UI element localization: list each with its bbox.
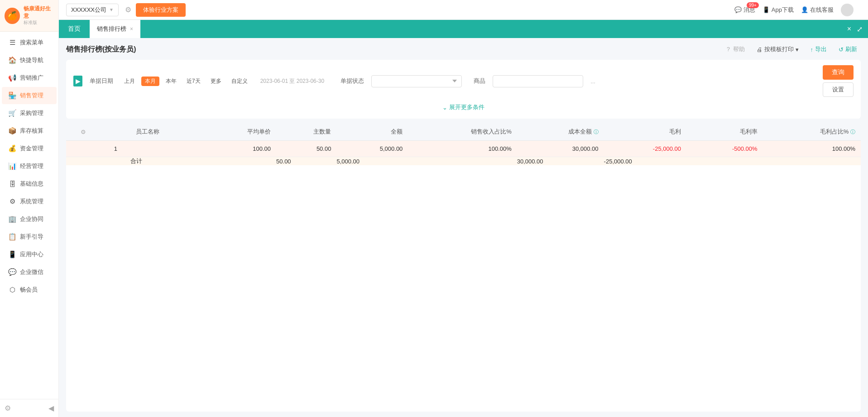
sidebar-label-system: 系统管理 [20,197,43,206]
col-settings[interactable]: ⚙ [66,123,101,141]
tab-label: 销售排行榜 [97,25,126,33]
data-table: ⚙ 员工名称 平均单价 主数量 全额 销售收入占比% 成本全额 ⓘ 毛利 毛利率… [66,123,861,165]
tab-sales-ranking[interactable]: 销售排行榜 × [90,20,140,38]
date-opt-this-year[interactable]: 本年 [162,77,180,86]
sidebar-icon-search: ☰ [8,38,16,47]
avatar[interactable] [841,4,854,16]
refresh-button[interactable]: ↺ 刷新 [835,43,861,55]
filter-row-1: ▶ 单据日期 上月 本月 本年 近7天 更多 自定义 2023-06-01 至 … [73,65,854,97]
window-restore-icon[interactable]: ⤢ [857,25,863,34]
sidebar-item-operation[interactable]: 📊经营管理 [2,158,57,175]
total-empty-1 [66,157,101,166]
sidebar-item-marketing[interactable]: 📢营销推广 [2,69,57,86]
logo-icon: 🍊 [5,8,20,24]
export-icon: ↑ [810,46,814,53]
app-download-button[interactable]: 📱 App下载 [762,6,794,14]
tab-close-icon[interactable]: × [130,26,133,32]
sidebar-item-purchase[interactable]: 🛒采购管理 [2,105,57,122]
col-cost: 成本全额 ⓘ [517,123,604,141]
goods-input[interactable] [493,75,583,87]
trial-button[interactable]: 体验行业方案 [136,3,186,17]
date-range: 2023-06-01 至 2023-06-30 [260,77,324,85]
message-button[interactable]: 💬 消息 99+ [734,6,755,14]
row-profit: -25,000.00 [604,141,686,157]
sidebar-label-purchase: 采购管理 [20,109,43,117]
sidebar-label-wechat: 企业微信 [20,268,43,276]
date-opt-this-month[interactable]: 本月 [141,77,159,86]
service-label: 在线客服 [810,6,834,14]
row-avg-price: 100.00 [203,141,276,157]
col-profit: 毛利 [604,123,686,141]
tabbar: 首页 销售排行榜 × × ⤢ [59,20,868,38]
sidebar-item-search[interactable]: ☰搜索菜单 [2,34,57,51]
row-sales-pct: 100.00% [408,141,517,157]
topbar-gear-icon[interactable]: ⚙ [125,5,131,14]
sidebar-item-member[interactable]: ⬡畅会员 [2,281,57,298]
collapse-button[interactable]: ▶ [73,76,82,86]
sidebar-icon-inventory: 📦 [8,127,16,135]
settings-icon[interactable]: ⚙ [5,404,11,412]
company-select[interactable]: XXXXXX公司 ▼ [66,4,119,16]
sidebar-item-basic[interactable]: 🗄基础信息 [2,175,57,192]
table-footer: 合计 50.00 5,000.00 30,000.00 -25,000.00 [66,157,861,166]
logo: 🍊 畅康通好生意 标准版 [0,0,58,32]
row-rank: 1 [101,141,130,157]
goods-label: 商品 [474,77,485,85]
date-options: 上月 本月 本年 近7天 更多 自定义 [120,77,251,86]
help-label: 帮助 [733,45,745,53]
tab-home[interactable]: 首页 [59,20,90,38]
query-button[interactable]: 查询 [823,65,854,80]
sidebar-icon-marketing: 📢 [8,74,16,82]
sidebar-item-system[interactable]: ⚙系统管理 [2,193,57,210]
sidebar-item-wechat[interactable]: 💬企业微信 [2,264,57,281]
logo-title: 畅康通好生意 [24,5,54,19]
row-employee [130,141,203,157]
help-button[interactable]: ？ 帮助 [722,43,748,55]
sidebar-item-finance[interactable]: 💰资金管理 [2,140,57,157]
total-label: 合计 [130,157,203,166]
sidebar-icon-basic: 🗄 [8,180,16,188]
expand-more-button[interactable]: ⌄ 展开更多条件 [73,101,854,113]
sidebar-item-shortcut[interactable]: 🏠快捷导航 [2,52,57,69]
col-profit-pct: 毛利占比% ⓘ [763,123,861,141]
total-amount: 5,000.00 [336,157,408,166]
refresh-label: 刷新 [845,45,857,53]
sidebar-item-apps[interactable]: 📱应用中心 [2,246,57,263]
sidebar-icon-purchase: 🛒 [8,109,16,117]
sidebar-item-enterprise[interactable]: 🏢企业协同 [2,211,57,228]
print-button[interactable]: 🖨 按模板打印 ▾ [753,43,802,55]
app-icon: 📱 [762,6,770,13]
tabbar-right: × ⤢ [847,25,868,34]
topbar: XXXXXX公司 ▼ ⚙ 体验行业方案 💬 消息 99+ 📱 App下载 👤 在… [59,0,868,20]
date-opt-last-month[interactable]: 上月 [120,77,139,86]
sidebar-label-search: 搜索菜单 [20,38,43,47]
sidebar-label-basic: 基础信息 [20,180,43,188]
date-opt-7days[interactable]: 近7天 [183,77,204,86]
col-qty: 主数量 [276,123,336,141]
sidebar-item-sales[interactable]: 🏪销售管理 [2,87,57,104]
table-header: ⚙ 员工名称 平均单价 主数量 全额 销售收入占比% 成本全额 ⓘ 毛利 毛利率… [66,123,861,141]
sidebar-label-operation: 经营管理 [20,162,43,170]
window-close-icon[interactable]: × [847,25,851,33]
status-select[interactable] [371,75,462,87]
service-icon: 👤 [801,6,808,13]
total-avg-price [203,157,276,166]
date-opt-custom[interactable]: 自定义 [228,77,251,86]
sidebar-item-guide[interactable]: 📋新手引导 [2,228,57,245]
more-filters-icon[interactable]: ... [590,78,595,85]
col-sales-pct: 销售收入占比% [408,123,517,141]
collapse-icon[interactable]: ◀ [48,404,54,412]
total-qty: 50.00 [276,157,336,166]
date-opt-more[interactable]: 更多 [207,77,225,86]
filter-area: ▶ 单据日期 上月 本月 本年 近7天 更多 自定义 2023-06-01 至 … [66,60,861,119]
sidebar-item-inventory[interactable]: 📦库存核算 [2,122,57,139]
sidebar: 🍊 畅康通好生意 标准版 ☰搜索菜单🏠快捷导航📢营销推广🏪销售管理🛒采购管理📦库… [0,0,59,417]
expand-label: 展开更多条件 [449,103,484,111]
export-button[interactable]: ↑ 导出 [807,43,831,55]
col-avg-price: 平均单价 [203,123,276,141]
expand-icon: ⌄ [442,104,447,111]
company-name: XXXXXX公司 [71,6,106,14]
online-service-button[interactable]: 👤 在线客服 [801,6,834,14]
row-cost: 30,000.00 [517,141,604,157]
settings-button[interactable]: 设置 [823,82,854,97]
